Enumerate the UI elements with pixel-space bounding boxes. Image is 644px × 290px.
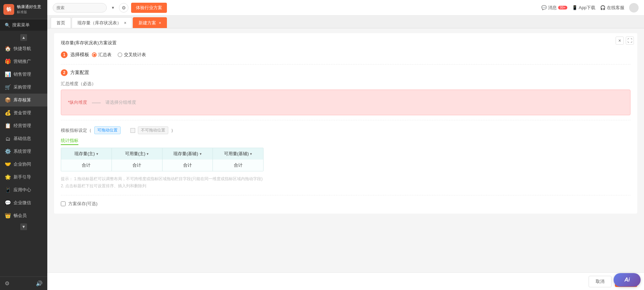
panel-controls: × ⛶ [616, 37, 634, 45]
sidebar-item-apps[interactable]: 📱 应用中心 [0, 184, 47, 196]
stats-col-1-header[interactable]: 现存量(主) ▾ [61, 148, 112, 160]
sound-icon[interactable]: 🔊 [36, 280, 43, 287]
sidebar-item-sales[interactable]: 📊 销售管理 [0, 68, 47, 81]
sidebar-item-label: 营销推广 [14, 58, 31, 65]
sidebar-item-member[interactable]: 👑 畅会员 [0, 209, 47, 222]
settings-panel: 现存量(库存状况表)方案设置 × ⛶ 1 选择模板 汇总表 [54, 33, 637, 214]
tab-new-plan[interactable]: 新建方案 × [133, 17, 167, 28]
online-service-btn[interactable]: 🎧 在线客服 [600, 5, 624, 11]
stats-table-header: 现存量(主) ▾ 可用量(主) ▾ 现存量(基辅) ▾ [61, 148, 263, 160]
sidebar-item-label: 企业微信 [14, 200, 31, 206]
headset-icon: 🎧 [600, 5, 605, 10]
divider3 [61, 195, 630, 195]
dimension-dash: —— [92, 100, 101, 105]
sidebar-search[interactable]: 🔍 搜索菜单 [0, 19, 47, 31]
gear-icon: ⚙️ [5, 148, 11, 154]
app-download-btn[interactable]: 📱 App下载 [572, 5, 595, 11]
sidebar-item-label: 库存核算 [14, 97, 31, 103]
sidebar-item-system[interactable]: ⚙️ 系统管理 [0, 145, 47, 158]
sidebar: 畅 畅康通好生意 标准版 🔍 搜索菜单 ▲ 🏠 快捷导航 🎁 营销推广 📊 销售… [0, 0, 47, 290]
topbar-dropdown-btn[interactable]: ▾ [109, 4, 116, 11]
tab-new-plan-close[interactable]: × [159, 21, 161, 25]
sidebar-item-wechat[interactable]: 💬 企业微信 [0, 196, 47, 209]
sidebar-item-inventory[interactable]: 📦 库存核算 [0, 94, 47, 106]
tip-2: 2. 点击标题栏下拉可设置排序、插入列和删除列 [61, 183, 630, 189]
logo-subtitle: 标准版 [17, 10, 41, 15]
dimension-required-label: 汇总维度（必选） [61, 81, 630, 87]
app-download-label: App下载 [579, 5, 595, 11]
money-icon: 💰 [5, 110, 11, 116]
chart-icon: 📊 [5, 71, 11, 77]
content-area: 现存量(库存状况表)方案设置 × ⛶ 1 选择模板 汇总表 [47, 28, 644, 272]
action-bar: 取消 查询 [47, 272, 644, 290]
fixed-badge: 不可拖动位置 [138, 126, 168, 134]
phone-icon: 📱 [5, 187, 11, 193]
radio-summary-circle [92, 52, 97, 57]
stats-cell-4: 合计 [213, 160, 263, 171]
step2-title: 方案配置 [70, 70, 89, 76]
sidebar-item-quick-nav[interactable]: 🏠 快捷导航 [0, 42, 47, 55]
cancel-button[interactable]: 取消 [589, 276, 612, 287]
sidebar-item-basic[interactable]: 🗂 基础信息 [0, 132, 47, 145]
step1-header: 1 选择模板 汇总表 交叉统计表 [61, 51, 630, 58]
save-checkbox[interactable] [61, 201, 66, 206]
step2-num: 2 [61, 69, 68, 76]
topbar-right: 💬 消息 99+ 📱 App下载 🎧 在线客服 [541, 3, 639, 13]
stats-col-2-header[interactable]: 可用量(主) ▾ [112, 148, 163, 160]
stats-cell-2: 合计 [112, 160, 163, 171]
sidebar-item-newbie[interactable]: 🌟 新手引导 [0, 171, 47, 184]
home-icon: 🏠 [5, 46, 11, 52]
message-btn[interactable]: 💬 消息 99+ [541, 5, 567, 11]
ai-bubble[interactable]: Ai [614, 273, 641, 287]
tab-inventory-close[interactable]: × [124, 21, 126, 25]
sidebar-item-label: 采购管理 [14, 84, 31, 90]
step1-num: 1 [61, 51, 68, 58]
scroll-up-btn[interactable]: ▲ [20, 34, 27, 41]
tab-home[interactable]: 首页 [51, 17, 71, 28]
template-radio-group: 汇总表 交叉统计表 [92, 52, 146, 58]
radio-cross[interactable]: 交叉统计表 [118, 52, 146, 58]
logo-icon: 畅 [3, 4, 14, 15]
step1-section: 1 选择模板 汇总表 交叉统计表 [61, 51, 630, 58]
sidebar-item-label: 企业协同 [14, 161, 31, 167]
stats-col-4-header[interactable]: 可用量(基辅) ▾ [213, 148, 263, 160]
stats-table: 现存量(主) ▾ 可用量(主) ▾ 现存量(基辅) ▾ [61, 148, 264, 171]
step2-header: 2 方案配置 [61, 69, 630, 76]
sidebar-item-purchase[interactable]: 🛒 采购管理 [0, 81, 47, 94]
fixed-indicator-icon [130, 128, 135, 133]
dimension-box[interactable]: *纵向维度 —— 请选择分组维度 [61, 90, 630, 115]
topbar-settings-btn[interactable]: ⚙ [119, 3, 128, 13]
tab-inventory-status[interactable]: 现存量（库存状况表） × [72, 17, 132, 28]
stats-col-3-header[interactable]: 现存量(基辅) ▾ [163, 148, 213, 160]
gift-icon: 🎁 [5, 58, 11, 65]
panel-close-btn[interactable]: × [616, 37, 624, 45]
clipboard-icon: 📋 [5, 123, 11, 129]
sidebar-item-label: 快捷导航 [14, 46, 31, 52]
topbar-search-input[interactable] [53, 3, 107, 13]
radio-summary[interactable]: 汇总表 [92, 52, 112, 58]
settings-icon[interactable]: ⚙ [5, 280, 9, 287]
draggable-badge: 可拖动位置 [94, 126, 121, 134]
wechat-icon: 💬 [5, 200, 11, 206]
stats-cell-3: 合计 [163, 160, 213, 171]
industry-plan-btn[interactable]: 体验行业方案 [131, 3, 167, 13]
message-icon: 💬 [541, 5, 547, 10]
sidebar-item-corp[interactable]: 🤝 企业协同 [0, 158, 47, 171]
star-icon: 🌟 [5, 174, 11, 180]
sidebar-item-label: 新手引导 [14, 174, 31, 180]
sidebar-item-marketing[interactable]: 🎁 营销推广 [0, 55, 47, 68]
sidebar-nav: ▲ 🏠 快捷导航 🎁 营销推广 📊 销售管理 🛒 采购管理 📦 库存核算 💰 资… [0, 31, 47, 276]
col-2-chevron: ▾ [147, 152, 149, 156]
divider2 [61, 120, 630, 120]
sidebar-item-label: 系统管理 [14, 148, 31, 154]
scroll-down-btn[interactable]: ▼ [20, 223, 27, 230]
tab-inventory-label: 现存量（库存状况表） [77, 20, 121, 26]
dimension-placeholder: 请选择分组维度 [105, 99, 136, 105]
user-avatar[interactable] [629, 3, 639, 13]
sidebar-item-finance[interactable]: 💰 资金管理 [0, 106, 47, 119]
radio-summary-label: 汇总表 [98, 52, 112, 58]
sidebar-item-operation[interactable]: 📋 经营管理 [0, 119, 47, 132]
panel-expand-btn[interactable]: ⛶ [626, 37, 634, 45]
sidebar-footer: ⚙ 🔊 [0, 276, 47, 290]
topbar: ▾ ⚙ 体验行业方案 💬 消息 99+ 📱 App下载 🎧 在线客服 [47, 0, 644, 16]
